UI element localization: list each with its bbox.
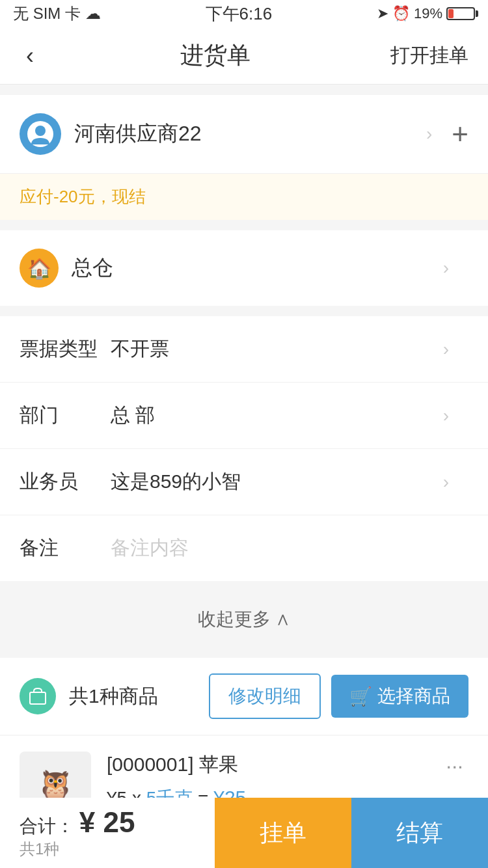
status-right: ➤ ⏰ 19%	[377, 5, 475, 22]
alarm-icon: ⏰	[392, 5, 410, 22]
warehouse-name: 总仓	[72, 254, 443, 282]
battery-icon	[446, 7, 475, 20]
select-product-button[interactable]: 🛒 选择商品	[331, 675, 468, 718]
sim-status: 无 SIM 卡 ☁	[13, 3, 101, 24]
supplier-row[interactable]: 河南供应商22 › +	[0, 95, 488, 174]
select-product-label: 选择商品	[377, 684, 450, 709]
remark-row[interactable]: 备注 备注内容	[0, 515, 488, 581]
settle-button[interactable]: 结算	[351, 798, 488, 868]
svg-rect-1	[30, 692, 46, 704]
edit-detail-button[interactable]: 修改明细	[209, 673, 321, 719]
avatar-inner	[27, 121, 53, 147]
supplier-section: 河南供应商22 › + 应付-20元，现结	[0, 95, 488, 220]
footer: 合计： ¥ 25 共1种 挂单 结算	[0, 798, 488, 868]
total-count: 共1种	[20, 839, 195, 860]
svg-point-0	[35, 126, 46, 136]
footer-total: 合计： ¥ 25 共1种	[0, 806, 215, 860]
pending-button[interactable]: 挂单	[215, 798, 351, 868]
invoice-value: 不开票	[111, 336, 443, 362]
status-left: 无 SIM 卡 ☁	[13, 3, 101, 24]
department-label: 部门	[20, 402, 111, 429]
remark-label: 备注	[20, 535, 111, 562]
salesman-label: 业务员	[20, 468, 111, 495]
salesman-chevron-icon: ›	[443, 472, 449, 493]
invoice-label: 票据类型	[20, 336, 111, 362]
supplier-chevron-icon: ›	[426, 124, 432, 144]
battery-percent: 19%	[414, 5, 442, 22]
total-label: 合计：	[20, 816, 74, 836]
salesman-row[interactable]: 业务员 这是859的小智 ›	[0, 449, 488, 515]
nav-bar: ‹ 进货单 打开挂单	[0, 27, 488, 85]
product-icon	[20, 678, 56, 714]
location-icon: ➤	[377, 5, 388, 22]
add-supplier-button[interactable]: +	[452, 120, 468, 148]
status-time: 下午6:16	[206, 3, 273, 25]
open-pending-button[interactable]: 打开挂单	[390, 42, 468, 69]
remark-input[interactable]: 备注内容	[111, 535, 468, 562]
cart-icon: 🛒	[349, 686, 372, 707]
product-name: [0000001] 苹果	[107, 752, 441, 778]
form-section: 票据类型 不开票 › 部门 总 部 › 业务员 这是859的小智 › 备注 备注…	[0, 316, 488, 581]
salesman-value: 这是859的小智	[111, 468, 443, 495]
status-bar: 无 SIM 卡 ☁ 下午6:16 ➤ ⏰ 19%	[0, 0, 488, 27]
product-more-button[interactable]: ···	[441, 752, 468, 781]
warehouse-row[interactable]: 🏠 总仓 ›	[0, 230, 488, 306]
supplier-avatar	[20, 113, 61, 155]
department-value: 总 部	[111, 402, 443, 429]
supplier-name: 河南供应商22	[74, 120, 426, 148]
department-row[interactable]: 部门 总 部 ›	[0, 383, 488, 449]
department-chevron-icon: ›	[443, 405, 449, 426]
total-amount: ¥ 25	[79, 806, 135, 838]
page-title: 进货单	[180, 40, 251, 72]
invoice-chevron-icon: ›	[443, 339, 449, 360]
warehouse-section: 🏠 总仓 ›	[0, 230, 488, 306]
back-button[interactable]: ‹	[20, 36, 40, 76]
warehouse-icon: 🏠	[20, 249, 59, 288]
warehouse-chevron-icon: ›	[443, 258, 449, 278]
product-header: 共1种商品 修改明细 🛒 选择商品	[0, 658, 488, 735]
collapse-button[interactable]: 收起更多 ∧	[0, 591, 488, 647]
payment-notice: 应付-20元，现结	[0, 174, 488, 220]
invoice-row[interactable]: 票据类型 不开票 ›	[0, 316, 488, 383]
product-count: 共1种商品	[69, 683, 209, 710]
